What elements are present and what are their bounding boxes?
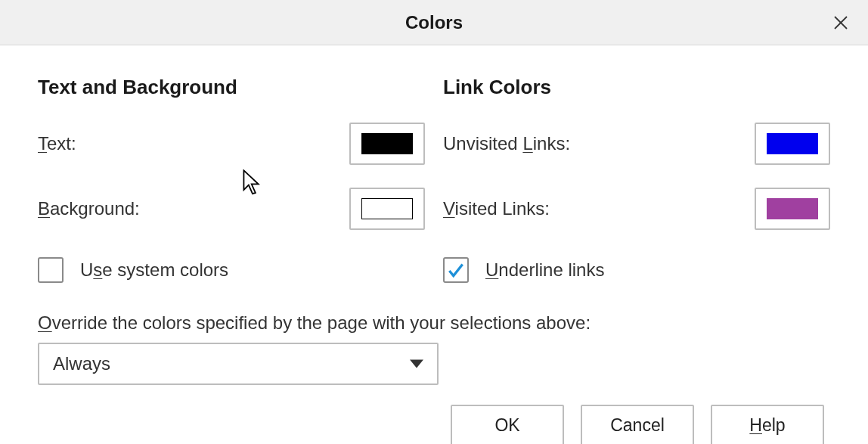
swatch-text xyxy=(361,133,413,154)
section-title-link-colors: Link Colors xyxy=(443,76,830,99)
dialog-button-row: OK Cancel Help xyxy=(38,405,830,444)
dialog-title: Colors xyxy=(405,12,463,33)
color-button-visited[interactable] xyxy=(755,188,830,230)
label-unvisited-links: Unvisited Links: xyxy=(443,133,570,154)
select-override[interactable]: Always xyxy=(38,343,439,385)
select-override-value: Always xyxy=(53,353,110,374)
close-button[interactable] xyxy=(827,9,854,36)
label-override: Override the colors specified by the pag… xyxy=(38,312,830,334)
row-unvisited-links: Unvisited Links: xyxy=(443,122,830,166)
swatch-unvisited xyxy=(767,133,818,154)
swatch-visited xyxy=(767,198,818,219)
color-button-background[interactable] xyxy=(349,188,425,230)
section-title-text-and-background: Text and Background xyxy=(38,76,425,99)
row-visited-links: Visited Links: xyxy=(443,187,830,231)
checkmark-icon xyxy=(446,260,466,280)
chevron-down-icon xyxy=(410,357,423,371)
label-visited-links: Visited Links: xyxy=(443,198,550,219)
label-text: Text: xyxy=(38,133,76,154)
row-background-color: Background: xyxy=(38,187,425,231)
color-button-unvisited[interactable] xyxy=(755,123,830,165)
row-text-color: Text: xyxy=(38,122,425,166)
label-background: Background: xyxy=(38,198,140,219)
label-use-system-colors: Use system colors xyxy=(80,259,228,281)
dialog-titlebar: Colors xyxy=(0,0,868,45)
checkbox-underline-links[interactable] xyxy=(443,257,469,283)
label-underline-links: Underline links xyxy=(485,259,604,281)
help-button[interactable]: Help xyxy=(711,405,824,444)
row-underline-links: Underline links xyxy=(443,252,830,288)
close-icon xyxy=(833,15,848,30)
svg-marker-2 xyxy=(410,360,423,368)
row-use-system-colors: Use system colors xyxy=(38,252,425,288)
checkbox-use-system-colors[interactable] xyxy=(38,257,64,283)
cancel-button[interactable]: Cancel xyxy=(581,405,694,444)
color-button-text[interactable] xyxy=(349,123,425,165)
ok-button[interactable]: OK xyxy=(451,405,564,444)
swatch-background xyxy=(361,198,413,219)
